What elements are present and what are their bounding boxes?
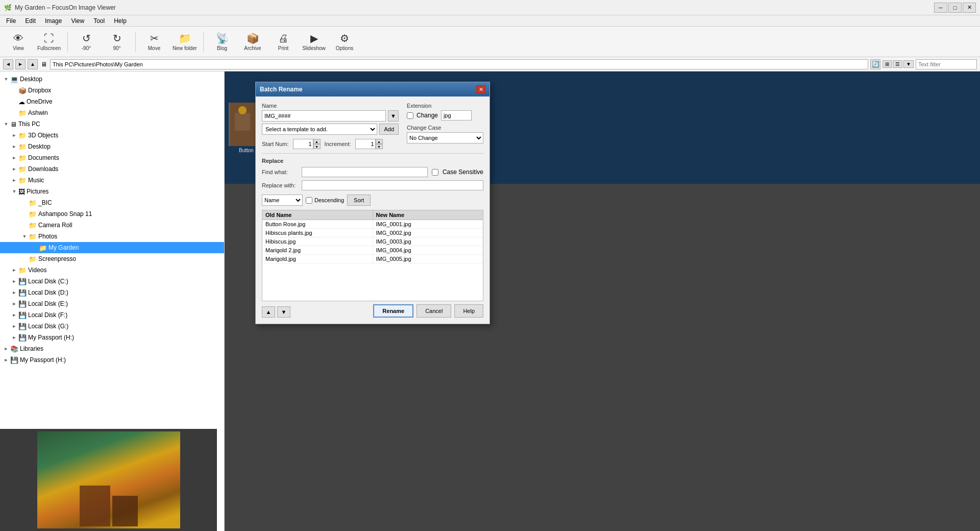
tree-item-this-pc[interactable]: ▼ 🖥 This PC (0, 118, 224, 130)
minimize-button[interactable]: ─ (934, 3, 947, 13)
descending-checkbox[interactable] (306, 197, 312, 204)
tree-item-local-f[interactable]: ► 💾 Local Disk (F:) (0, 309, 224, 321)
file-row-3[interactable]: Hibiscus.jpg IMG_0003.jpg (262, 237, 483, 246)
expand-local-e[interactable]: ► (10, 301, 18, 306)
increment-input[interactable] (355, 139, 376, 149)
tree-item-screenpresso[interactable]: 📁 Screenpresso (0, 253, 224, 264)
file-row-4[interactable]: Marigold 2.jpg IMG_0004.jpg (262, 246, 483, 255)
rename-button[interactable]: Rename (373, 304, 413, 318)
file-row-2[interactable]: Hibiscus plants.jpg IMG_0002.jpg (262, 229, 483, 237)
change-ext-checkbox[interactable] (407, 112, 413, 119)
start-num-down[interactable]: ▼ (313, 144, 321, 149)
tree-item-music[interactable]: ► 📁 Music (0, 175, 224, 186)
address-input[interactable] (50, 59, 868, 69)
cancel-button[interactable]: Cancel (416, 304, 451, 318)
refresh-button[interactable]: 🔄 (870, 59, 880, 69)
expand-local-c[interactable]: ► (10, 279, 18, 284)
start-num-up[interactable]: ▲ (313, 139, 321, 144)
view-details-button[interactable]: ▼ (903, 60, 914, 68)
nav-up-button[interactable]: ▲ (28, 59, 38, 69)
toolbar-rotate-left[interactable]: ↺ -90° (72, 29, 101, 55)
expand-local-f[interactable]: ► (10, 312, 18, 318)
file-list-body[interactable]: Button Rose.jpg IMG_0001.jpg Hibiscus pl… (262, 220, 483, 301)
toolbar-rotate-right[interactable]: ↻ 90° (103, 29, 131, 55)
menu-tool[interactable]: Tool (89, 16, 109, 26)
expand-pictures[interactable]: ▼ (10, 189, 18, 194)
replace-with-input[interactable] (302, 180, 483, 190)
tree-item-onedrive[interactable]: ☁ OneDrive (0, 96, 224, 107)
tree-item-camera-roll[interactable]: 📁 Camera Roll (0, 220, 224, 231)
menu-file[interactable]: File (2, 16, 20, 26)
expand-documents[interactable]: ► (10, 155, 18, 160)
toolbar-archive[interactable]: 📦 Archive (238, 29, 267, 55)
expand-3d[interactable]: ► (10, 133, 18, 138)
tree-item-videos[interactable]: ► 📁 Videos (0, 264, 224, 276)
descending-label[interactable]: Descending (306, 197, 344, 204)
increment-down[interactable]: ▼ (376, 144, 383, 149)
file-row-1[interactable]: Button Rose.jpg IMG_0001.jpg (262, 220, 483, 229)
tree-item-ashampoo[interactable]: 📁 Ashampoo Snap 11 (0, 208, 224, 220)
dialog-close-button[interactable]: ✕ (476, 85, 485, 93)
toolbar-options[interactable]: ⚙ Options (330, 29, 359, 55)
tree-item-pictures[interactable]: ▼ 🖼 Pictures (0, 186, 224, 197)
view-list-button[interactable]: ☰ (893, 60, 902, 68)
menu-help[interactable]: Help (110, 16, 131, 26)
nav-back-button[interactable]: ◄ (3, 59, 13, 69)
change-case-select[interactable]: No Change Lowercase Uppercase Title Case (407, 132, 483, 143)
toolbar-view[interactable]: 👁 View (4, 29, 33, 55)
tree-item-3d-objects[interactable]: ► 📁 3D Objects (0, 130, 224, 141)
add-template-button[interactable]: Add (379, 124, 399, 135)
increment-up[interactable]: ▲ (376, 139, 383, 144)
tree-item-my-passport-h[interactable]: ► 💾 My Passport (H:) (0, 332, 224, 343)
name-input[interactable] (262, 110, 386, 122)
close-button[interactable]: ✕ (963, 3, 976, 13)
menu-image[interactable]: Image (41, 16, 66, 26)
tree-item-local-c[interactable]: ► 💾 Local Disk (C:) (0, 276, 224, 287)
tree-item-local-g[interactable]: ► 💾 Local Disk (G:) (0, 321, 224, 332)
expand-my-passport-hi[interactable]: ► (2, 357, 10, 363)
toolbar-print[interactable]: 🖨 Print (269, 29, 298, 55)
name-dropdown-btn[interactable]: ▼ (388, 110, 399, 122)
expand-photos[interactable]: ▼ (20, 234, 29, 239)
expand-downloads[interactable]: ► (10, 166, 18, 172)
tree-item-documents[interactable]: ► 📁 Documents (0, 152, 224, 163)
toolbar-fullscreen[interactable]: ⛶ Fullscreen (35, 29, 63, 55)
tree-item-dropbox[interactable]: 📦 Dropbox (0, 85, 224, 96)
expand-local-g[interactable]: ► (10, 324, 18, 329)
tree-item-libraries[interactable]: ► 📚 Libraries (0, 343, 224, 354)
file-row-5[interactable]: Marigold.jpg IMG_0005.jpg (262, 255, 483, 263)
expand-desktop2[interactable]: ► (10, 144, 18, 149)
text-filter-input[interactable] (916, 59, 977, 69)
start-num-input[interactable] (293, 139, 313, 149)
expand-my-passport-h[interactable]: ► (10, 335, 18, 340)
toolbar-new-folder[interactable]: 📁 New folder (170, 29, 199, 55)
ext-value-input[interactable] (441, 110, 472, 120)
tree-item-my-garden[interactable]: 📁 My Garden (0, 242, 224, 253)
nav-forward-button[interactable]: ► (15, 59, 26, 69)
tree-item-ashwin[interactable]: 📁 Ashwin (0, 107, 224, 118)
maximize-button[interactable]: □ (948, 3, 962, 13)
move-down-button[interactable]: ▼ (277, 306, 290, 318)
expand-videos[interactable]: ► (10, 268, 18, 273)
tree-item-downloads[interactable]: ► 📁 Downloads (0, 163, 224, 175)
tree-item-bic[interactable]: 📁 _BIC (0, 197, 224, 208)
template-select[interactable]: Select a template to add. (262, 124, 377, 135)
help-button[interactable]: Help (454, 304, 483, 318)
expand-this-pc[interactable]: ▼ (2, 122, 10, 127)
toolbar-blog[interactable]: 📡 Blog (208, 29, 236, 55)
menu-edit[interactable]: Edit (21, 16, 40, 26)
toolbar-move[interactable]: ✂ Move (140, 29, 168, 55)
move-up-button[interactable]: ▲ (262, 306, 275, 318)
expand-local-d[interactable]: ► (10, 290, 18, 295)
tree-item-my-passport-hi[interactable]: ► 💾 My Passport (H:) (0, 354, 224, 366)
tree-item-desktop[interactable]: ▼ 💻 Desktop (0, 74, 224, 85)
case-sensitive-checkbox[interactable] (432, 169, 438, 176)
expand-music[interactable]: ► (10, 178, 18, 183)
sort-button[interactable]: Sort (347, 195, 371, 206)
tree-item-desktop2[interactable]: ► 📁 Desktop (0, 141, 224, 152)
toolbar-slideshow[interactable]: ▶ Slideshow (300, 29, 328, 55)
tree-item-photos[interactable]: ▼ 📁 Photos (0, 231, 224, 242)
view-grid-button[interactable]: ⊞ (883, 60, 892, 68)
sort-by-select[interactable]: Name Date Size (262, 195, 303, 206)
expand-libraries[interactable]: ► (2, 346, 10, 351)
